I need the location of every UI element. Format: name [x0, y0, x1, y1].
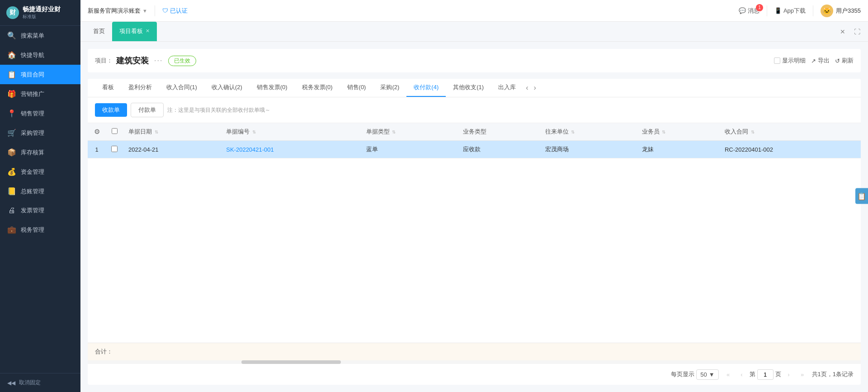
total-records-label: 共1页，1条记录	[812, 370, 854, 378]
sub-tabs-next-arrow[interactable]: ›	[531, 84, 538, 92]
scrollbar-thumb[interactable]	[241, 360, 341, 364]
project-more-icon[interactable]: ···	[154, 57, 163, 65]
sidebar-label-2: 项目合同	[21, 71, 44, 79]
sub-tab-8[interactable]: 收付款(4)	[406, 79, 446, 97]
sort-salesperson-icon[interactable]: ⇅	[662, 129, 665, 134]
show-detail-action[interactable]: 显示明细	[774, 57, 806, 65]
sidebar-item-3[interactable]: 🎁 营销推广	[0, 84, 80, 104]
sidebar-item-0[interactable]: 🔍 搜索菜单	[0, 26, 80, 45]
sub-tab-7[interactable]: 采购(2)	[373, 79, 406, 97]
sidebar-label-4: 销售管理	[21, 110, 44, 118]
sidebar-item-5[interactable]: 🛒 采购管理	[0, 123, 80, 143]
topbar-right: 💬 消息 1 📱 App下载 🐱 用户3355	[739, 5, 861, 17]
unpin-icon: ◀◀	[7, 380, 15, 386]
sidebar-item-8[interactable]: 📒 总账管理	[0, 182, 80, 201]
table-row[interactable]: 1 2022-04-21 SK-20220421-001 蓝单 应收款 宏茂商场…	[88, 141, 861, 158]
sub-tab-10[interactable]: 出入库	[491, 79, 523, 97]
sidebar-icon-8: 📒	[7, 187, 16, 196]
show-detail-label: 显示明细	[782, 57, 806, 65]
project-actions: 显示明细 ↗ 导出 ↺ 刷新	[774, 57, 854, 65]
sidebar-item-7[interactable]: 💰 资金管理	[0, 162, 80, 182]
per-page-label: 每页显示	[671, 370, 694, 378]
maximize-window-button[interactable]: ⛶	[852, 26, 863, 37]
sub-tab-6[interactable]: 销售(0)	[340, 79, 373, 97]
page-number-input[interactable]	[757, 369, 774, 380]
sub-tab-0[interactable]: 看板	[95, 79, 121, 97]
sidebar-item-9[interactable]: 🖨 发票管理	[0, 201, 80, 220]
page-first-button[interactable]: «	[722, 368, 734, 380]
page-next-button[interactable]: ›	[783, 368, 795, 380]
sub-tab-4[interactable]: 销售发票(0)	[250, 79, 295, 97]
sub-tab-2[interactable]: 收入合同(1)	[159, 79, 204, 97]
phone-icon: 📱	[774, 7, 782, 14]
sub-tab-1[interactable]: 盈利分析	[121, 79, 159, 97]
sidebar: 财 畅捷通好业财 标准版 🔍 搜索菜单🏠 快捷导航📋 项目合同🎁 营销推广📍 销…	[0, 0, 80, 392]
tab-project-board[interactable]: 项目看板 ✕	[112, 22, 157, 41]
th-date: 单据日期 ⇅	[123, 123, 221, 141]
th-checkbox	[106, 123, 123, 141]
close-window-button[interactable]: ✕	[837, 26, 848, 37]
shield-icon: 🛡	[162, 7, 168, 14]
sidebar-item-6[interactable]: 📦 库存核算	[0, 143, 80, 162]
topbar-app-download[interactable]: 📱 App下载	[774, 7, 806, 15]
app-logo: 财 畅捷通好业财 标准版	[0, 0, 80, 26]
receipt-button[interactable]: 收款单	[95, 103, 127, 117]
export-icon: ↗	[811, 57, 816, 64]
sub-tab-3[interactable]: 收入确认(2)	[204, 79, 250, 97]
export-action[interactable]: ↗ 导出	[811, 57, 830, 65]
sidebar-label-1: 快捷导航	[21, 51, 44, 59]
td-partner-0: 宏茂商场	[540, 141, 637, 158]
page-prev-button[interactable]: ‹	[736, 368, 748, 380]
sidebar-label-8: 总账管理	[21, 187, 44, 196]
sort-partner-icon[interactable]: ⇅	[571, 129, 575, 134]
page-last-button[interactable]: »	[797, 368, 808, 380]
settings-icon[interactable]: ⚙	[94, 128, 100, 135]
sort-type-icon[interactable]: ⇅	[392, 129, 396, 134]
app-edition: 标准版	[23, 14, 61, 20]
per-page-dropdown[interactable]: 50 ▼	[696, 369, 718, 380]
user-avatar: 🐱	[821, 5, 833, 17]
refresh-action[interactable]: ↺ 刷新	[835, 57, 854, 65]
td-number-link-0[interactable]: SK-20220421-001	[226, 146, 274, 153]
sort-contract-icon[interactable]: ⇅	[751, 129, 755, 134]
sidebar-item-10[interactable]: 💼 税务管理	[0, 220, 80, 239]
sub-tabs-prev-arrow[interactable]: ‹	[523, 84, 531, 92]
tab-close-icon[interactable]: ✕	[146, 28, 150, 34]
project-title: 建筑安装	[116, 55, 149, 66]
topbar-divider-1	[155, 5, 155, 16]
td-check-0[interactable]	[106, 141, 123, 158]
select-all-checkbox[interactable]	[112, 128, 118, 134]
sidebar-icon-9: 🖨	[7, 206, 16, 215]
side-panel-button[interactable]: 📋	[855, 188, 868, 204]
side-panel-icon: 📋	[857, 192, 866, 201]
pagination: 每页显示 50 ▼ « ‹ 第 页 › » 共1页，1条记录	[88, 364, 861, 385]
tab-home[interactable]: 首页	[86, 22, 112, 41]
main-content: 新服务官网演示账套 ▼ 🛡 已认证 💬 消息 1 📱 App下载 🐱 用户335…	[80, 0, 868, 392]
horizontal-scrollbar[interactable]	[88, 360, 861, 364]
row-checkbox-0[interactable]	[111, 146, 118, 152]
unpin-label: 取消固定	[19, 379, 41, 387]
sidebar-label-3: 营销推广	[21, 90, 44, 98]
show-detail-checkbox[interactable]	[774, 57, 780, 64]
sidebar-footer-unpin[interactable]: ◀◀ 取消固定	[0, 373, 80, 392]
export-label: 导出	[818, 57, 830, 65]
td-type-0: 蓝单	[361, 141, 458, 158]
sub-tab-5[interactable]: 税务发票(0)	[295, 79, 340, 97]
sort-number-icon[interactable]: ⇅	[252, 129, 256, 134]
tabbar-spacer	[157, 22, 837, 41]
sub-tab-9[interactable]: 其他收支(1)	[446, 79, 491, 97]
sidebar-icon-0: 🔍	[7, 31, 16, 40]
project-dropdown-icon[interactable]: ▼	[142, 8, 147, 14]
payment-button[interactable]: 付款单	[131, 103, 164, 117]
sidebar-item-4[interactable]: 📍 销售管理	[0, 104, 80, 123]
topbar-user[interactable]: 🐱 用户3355	[821, 5, 861, 17]
th-settings[interactable]: ⚙	[88, 123, 106, 141]
td-number-0[interactable]: SK-20220421-001	[221, 141, 361, 158]
sort-date-icon[interactable]: ⇅	[155, 129, 158, 134]
td-biztype-0: 应收款	[458, 141, 540, 158]
sidebar-item-1[interactable]: 🏠 快捷导航	[0, 45, 80, 65]
td-salesperson-0: 龙妹	[637, 141, 719, 158]
sidebar-item-2[interactable]: 📋 项目合同	[0, 65, 80, 84]
topbar-message[interactable]: 💬 消息 1	[739, 7, 760, 15]
topbar-project[interactable]: 新服务官网演示账套 ▼	[88, 7, 147, 15]
